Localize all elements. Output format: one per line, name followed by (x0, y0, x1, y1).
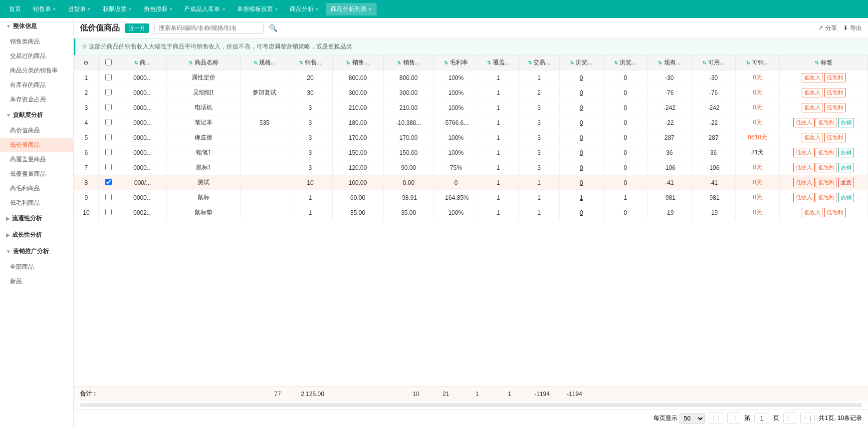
nav-template[interactable]: 单据模板设置 × (232, 3, 283, 15)
nav-analysis-list[interactable]: 商品分析列表 × (326, 3, 377, 15)
sidebar-item-low-profit[interactable]: 低毛利商品 (0, 196, 73, 210)
row-checkbox[interactable] (105, 164, 112, 170)
sidebar-item-low-coverage[interactable]: 低覆盖量商品 (0, 167, 73, 181)
browse-link[interactable]: 0 (580, 164, 583, 171)
nav-close-icon[interactable]: × (53, 6, 56, 12)
col-code-header[interactable]: ⇅ 商... (119, 55, 166, 70)
row-checkbox[interactable] (105, 194, 112, 200)
row-checkbox[interactable] (105, 74, 112, 80)
nav-close-icon[interactable]: × (88, 6, 91, 12)
row-stock1: -30 (648, 70, 691, 85)
nav-close-icon[interactable]: × (275, 6, 278, 12)
col-sale-qty-header[interactable]: ⇅ 销售... (288, 55, 332, 70)
row-days: 0天 (735, 70, 779, 85)
row-name: 铅笔1 (166, 145, 240, 160)
export-button[interactable]: ⬇ 导出 (843, 24, 862, 32)
browse-link[interactable]: 0 (580, 119, 583, 126)
browse-link[interactable]: 0 (580, 89, 583, 96)
sidebar-group-growth[interactable]: ▶ 成长性分析 (0, 227, 73, 243)
nav-product[interactable]: 产成品入库单 × (179, 3, 230, 15)
share-button[interactable]: ↗ 分享 (818, 24, 837, 32)
row-code: 0000... (119, 190, 166, 205)
row-checkbox[interactable] (105, 104, 112, 110)
browse-link[interactable]: 1 (580, 194, 583, 201)
last-page-btn[interactable]: 〉| (800, 413, 815, 424)
row-sale-qty: 3 (288, 145, 332, 160)
col-browse1-header[interactable]: ⇅ 浏览... (559, 55, 603, 70)
horizontal-scrollbar[interactable] (80, 403, 862, 407)
per-page-select[interactable]: 50 100 (679, 413, 705, 424)
sidebar-item-high-coverage[interactable]: 高覆盖量商品 (0, 152, 73, 167)
sidebar-item-sales-products[interactable]: 销售类商品 (0, 34, 73, 49)
sidebar-item-category-sales[interactable]: 商品分类的销售率 (0, 63, 73, 78)
row-sale-price: 120.00 (332, 160, 383, 175)
browse-link[interactable]: 0 (580, 149, 583, 156)
row-checkbox[interactable] (105, 89, 112, 95)
first-page-btn[interactable]: |〈 (709, 413, 723, 424)
nav-close-icon[interactable]: × (129, 6, 132, 12)
nav-analysis[interactable]: 商品分析 × (285, 3, 324, 15)
sidebar-group-circulation[interactable]: ▶ 流通性分析 (0, 210, 73, 227)
table-row: 9 0000... 鼠标 1 60.00 -98.91 -164.85% 1 1… (74, 190, 868, 205)
row-checkbox[interactable] (105, 149, 112, 155)
sidebar-item-stocked-products[interactable]: 有库存的商品 (0, 78, 73, 92)
nav-sales[interactable]: 销售单 × (28, 3, 61, 15)
row-coverage: 1 (478, 145, 519, 160)
sidebar-item-traded-products[interactable]: 交易过的商品 (0, 49, 73, 63)
browse-link[interactable]: 0 (580, 74, 583, 81)
col-tag-header[interactable]: ⇅ 标签 (780, 55, 868, 70)
col-sale-amount-header[interactable]: ⇅ 销售... (383, 55, 434, 70)
sidebar-item-stock-funds[interactable]: 库存资金占用 (0, 92, 73, 107)
sidebar-item-high-profit[interactable]: 高毛利商品 (0, 181, 73, 196)
page-input[interactable] (754, 414, 769, 424)
nav-close-icon[interactable]: × (316, 6, 319, 12)
period-tag[interactable]: 近一月 (125, 23, 149, 33)
row-sale-amount: 0.00 (383, 175, 434, 190)
sidebar-group-contribution[interactable]: ▼ 贡献度分析 (0, 107, 73, 123)
nav-home[interactable]: 首页 (4, 3, 26, 15)
browse-link[interactable]: 0 (580, 179, 583, 186)
row-browse1: 0 (559, 205, 603, 220)
col-browse2-header[interactable]: ⇅ 浏览... (604, 55, 648, 70)
select-all-checkbox[interactable] (105, 59, 112, 65)
prev-page-btn[interactable]: 〈 (727, 413, 740, 424)
row-sale-price: 180.00 (332, 115, 383, 130)
nav-close-icon[interactable]: × (222, 6, 225, 12)
sidebar-item-all-products[interactable]: 全部商品 (0, 260, 73, 274)
col-check[interactable] (98, 55, 119, 70)
row-checkbox[interactable] (105, 179, 112, 185)
nav-purchase[interactable]: 进货单 × (63, 3, 96, 15)
footer-stock2: -1194 (558, 391, 591, 398)
browse-link[interactable]: 0 (580, 134, 583, 141)
col-sale-price-header[interactable]: ⇅ 销售... (332, 55, 383, 70)
row-checkbox[interactable] (105, 209, 112, 215)
browse-link[interactable]: 0 (580, 209, 583, 216)
next-page-btn[interactable]: 〉 (783, 413, 796, 424)
sidebar-item-low-value[interactable]: 低价值商品 (0, 138, 73, 152)
col-stock2-header[interactable]: ⇅ 可用... (691, 55, 735, 70)
sidebar-group-overview[interactable]: ▼ 整体信息 (0, 18, 73, 34)
col-transaction-header[interactable]: ⇅ 交易... (519, 55, 560, 70)
nav-close-icon[interactable]: × (170, 6, 173, 12)
col-settings[interactable]: ⚙ (74, 55, 99, 70)
browse-link[interactable]: 0 (580, 104, 583, 111)
sidebar-item-new-products[interactable]: 新品 (0, 274, 73, 289)
col-stock3-header[interactable]: ⇅ 可销... (735, 55, 779, 70)
page-title: 低价值商品 (80, 23, 120, 33)
main-layout: ▼ 整体信息 销售类商品 交易过的商品 商品分类的销售率 有库存的商品 库存资金… (0, 18, 868, 427)
col-spec-header[interactable]: ⇅ 规格... (241, 55, 288, 70)
nav-permission[interactable]: 权限设置 × (98, 3, 137, 15)
col-coverage-header[interactable]: ⇅ 覆盖... (478, 55, 519, 70)
row-checkbox[interactable] (105, 119, 112, 125)
row-sale-amount: 90.00 (383, 160, 434, 175)
col-gross-header[interactable]: ⇅ 毛利率 (434, 55, 478, 70)
row-checkbox[interactable] (105, 134, 112, 140)
col-stock1-header[interactable]: ⇅ 现有... (648, 55, 691, 70)
nav-role[interactable]: 角色授权 × (139, 3, 178, 15)
col-name-header[interactable]: ⇅ 商品名称 (166, 55, 240, 70)
sidebar-item-high-value[interactable]: 高价值商品 (0, 123, 73, 138)
search-input[interactable] (154, 22, 264, 34)
nav-close-icon[interactable]: × (369, 6, 372, 12)
sidebar-group-marketing[interactable]: ▼ 营销推广分析 (0, 243, 73, 260)
search-icon[interactable]: 🔍 (269, 24, 277, 32)
